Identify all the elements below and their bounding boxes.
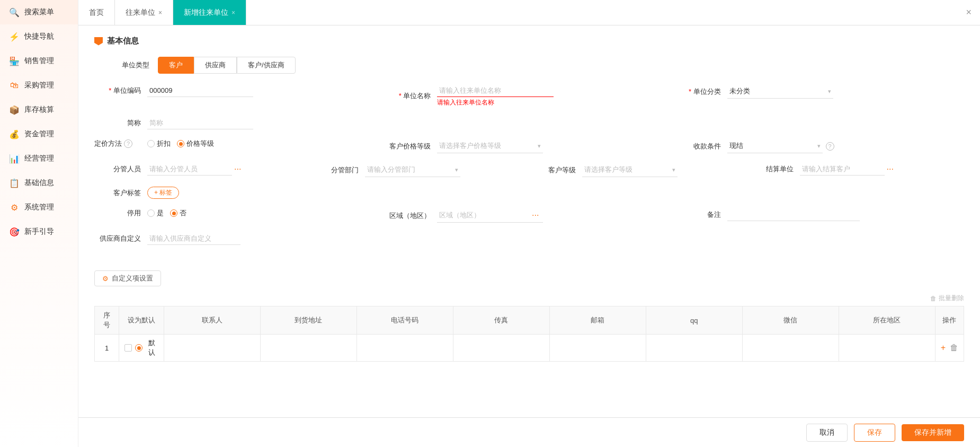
custom-settings-button[interactable]: ⚙ 自定义项设置 <box>94 270 161 286</box>
tab-partners-close[interactable]: × <box>158 10 162 16</box>
cell-email[interactable] <box>549 335 646 362</box>
tag-label: 客户标签 <box>94 188 147 198</box>
payment-terms-select[interactable]: 现结 ▾ <box>727 139 823 153</box>
remark-input[interactable] <box>727 208 860 221</box>
row-code-name-category: 单位编码 单位名称 请输入往来单位名称 单位分类 未分类 ▾ <box>94 84 964 107</box>
add-tag-button[interactable]: + 标签 <box>147 187 179 199</box>
field-region: 区域（地区） 区域（地区） ··· <box>384 208 674 223</box>
sidebar-item-guide[interactable]: 🎯 新手引导 <box>0 220 78 244</box>
manager-input[interactable] <box>147 163 232 176</box>
customer-level-label: 客户等级 <box>529 165 582 175</box>
tab-bar: 首页 往来单位 × 新增往来单位 × × <box>78 0 980 25</box>
sales-icon: 🏪 <box>8 55 20 67</box>
sidebar-item-finance[interactable]: 💰 资金管理 <box>0 122 78 146</box>
unit-category-select[interactable]: 未分类 ▾ <box>727 84 833 99</box>
cell-fax[interactable] <box>453 335 549 362</box>
field-department: 分管部门 请输入分管部门 ▾ <box>312 163 530 177</box>
field-payment-terms: 收款条件 现结 ▾ ? <box>674 139 964 153</box>
sidebar-item-inventory[interactable]: 📦 库存核算 <box>0 98 78 122</box>
tab-partners[interactable]: 往来单位 × <box>115 0 173 25</box>
batch-delete-btn[interactable]: 🗑 批量删除 <box>94 292 964 306</box>
unit-btn-both[interactable]: 客户/供应商 <box>237 57 296 74</box>
sidebar-item-label: 新手引导 <box>24 227 54 236</box>
cell-region[interactable] <box>839 335 935 362</box>
payment-terms-help[interactable]: ? <box>826 142 834 151</box>
disabled-radio-group: 是 否 <box>147 208 384 218</box>
pricing-radio-group: 折扣 价格等级 <box>147 139 384 148</box>
unit-name-input[interactable] <box>437 84 554 97</box>
qq-input[interactable] <box>652 344 737 352</box>
tab-new-partner-close[interactable]: × <box>231 10 235 16</box>
close-all-tabs[interactable]: × <box>957 7 980 18</box>
radio-disabled-no[interactable]: 否 <box>170 208 186 218</box>
save-button[interactable]: 保存 <box>854 424 895 442</box>
email-input[interactable] <box>555 344 640 352</box>
sidebar-item-operations[interactable]: 📊 经营管理 <box>0 146 78 171</box>
remark-label: 备注 <box>674 210 727 220</box>
save-new-button[interactable]: 保存并新增 <box>902 424 964 441</box>
sidebar-item-label: 销售管理 <box>24 56 54 66</box>
wechat-input[interactable] <box>748 344 833 352</box>
basic-info-icon: 📋 <box>8 177 20 189</box>
add-row-btn[interactable]: + <box>941 343 946 353</box>
sidebar-item-purchase[interactable]: 🛍 采购管理 <box>0 73 78 98</box>
contact-input[interactable] <box>170 344 255 352</box>
tab-new-partner[interactable]: 新增往来单位 × <box>173 0 246 25</box>
field-abbreviation: 简称 <box>94 117 384 129</box>
radio-discount-label: 折扣 <box>157 139 171 148</box>
tab-home[interactable]: 首页 <box>78 0 115 25</box>
sidebar-item-quicknav[interactable]: ⚡ 快捷导航 <box>0 24 78 49</box>
phone-input[interactable] <box>362 344 448 352</box>
unit-btn-supplier[interactable]: 供应商 <box>194 57 237 74</box>
custom-settings-label: 自定义项设置 <box>112 274 153 283</box>
radio-discount[interactable]: 折扣 <box>147 139 171 148</box>
field-supplier-custom: 供应商自定义 <box>94 232 240 245</box>
sidebar-item-sales[interactable]: 🏪 销售管理 <box>0 49 78 73</box>
row-region-input[interactable] <box>844 344 930 352</box>
radio-price-level[interactable]: 价格等级 <box>177 139 214 148</box>
address-input[interactable] <box>266 344 351 352</box>
page-body: 基本信息 单位类型 客户 供应商 客户/供应商 单位编码 单位名称 <box>78 25 980 447</box>
fax-input[interactable] <box>459 344 544 352</box>
sidebar-item-label: 资金管理 <box>24 129 54 139</box>
footer: 取消 保存 保存并新增 <box>78 417 980 447</box>
col-fax: 传真 <box>453 306 549 335</box>
field-remark: 备注 <box>674 208 964 221</box>
row-default-radio[interactable]: 默认 <box>135 338 158 357</box>
unit-code-label: 单位编码 <box>94 86 147 95</box>
operations-icon: 📊 <box>8 153 20 164</box>
delete-row-btn[interactable]: 🗑 <box>950 343 958 353</box>
unit-btn-customer[interactable]: 客户 <box>158 57 194 74</box>
supplier-custom-label: 供应商自定义 <box>94 234 147 243</box>
sidebar-item-basic[interactable]: 📋 基础信息 <box>0 171 78 195</box>
cell-contact[interactable] <box>164 335 260 362</box>
tab-home-label: 首页 <box>89 8 104 17</box>
settlement-dots[interactable]: ··· <box>885 164 896 174</box>
supplier-custom-input[interactable] <box>147 232 240 245</box>
col-wechat: 微信 <box>742 306 839 335</box>
field-unit-category: 单位分类 未分类 ▾ <box>674 84 964 99</box>
field-unit-code: 单位编码 <box>94 84 384 97</box>
cancel-button[interactable]: 取消 <box>806 424 848 442</box>
pricing-help-icon[interactable]: ? <box>124 139 132 148</box>
manager-dots[interactable]: ··· <box>232 164 243 174</box>
cell-qq[interactable] <box>646 335 742 362</box>
sidebar-item-search[interactable]: 🔍 搜索菜单 <box>0 0 78 24</box>
cell-phone[interactable] <box>357 335 453 362</box>
department-select[interactable]: 请输入分管部门 ▾ <box>365 163 460 177</box>
field-unit-name: 单位名称 请输入往来单位名称 <box>384 84 674 107</box>
radio-disabled-yes[interactable]: 是 <box>147 208 164 218</box>
row-checkbox[interactable] <box>124 344 132 352</box>
customer-level-select[interactable]: 请选择客户等级 ▾ <box>582 163 678 177</box>
sidebar-item-system[interactable]: ⚙ 系统管理 <box>0 195 78 220</box>
cell-wechat[interactable] <box>742 335 839 362</box>
system-icon: ⚙ <box>8 201 20 213</box>
cell-address[interactable] <box>260 335 357 362</box>
region-dots[interactable]: ··· <box>530 211 541 220</box>
settlement-input[interactable] <box>800 163 885 176</box>
unit-name-label: 单位名称 <box>384 91 437 101</box>
abbreviation-input[interactable] <box>147 117 253 129</box>
unit-code-input[interactable] <box>147 84 253 97</box>
row-supplier-custom: 供应商自定义 <box>94 232 964 245</box>
customer-price-level-select[interactable]: 请选择客户价格等级 ▾ <box>437 139 543 153</box>
